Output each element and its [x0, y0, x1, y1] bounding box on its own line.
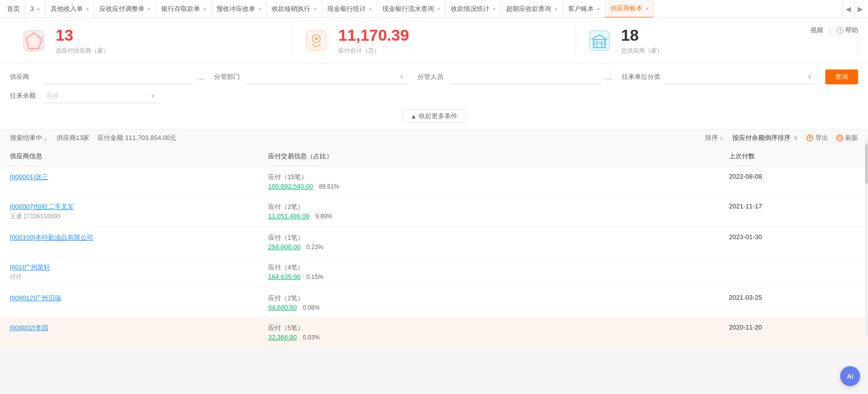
- nav-tab-cash-bank-flow[interactable]: 现金银行流水查询 ×: [377, 0, 445, 18]
- person-ellipsis-btn[interactable]: ...: [605, 72, 611, 81]
- ai-badge[interactable]: Ai: [840, 366, 860, 386]
- category-filter-select[interactable]: ∨: [664, 69, 816, 84]
- supplier-filter-input[interactable]: [42, 69, 193, 84]
- nav-tab-collection-stat-label: 收款情况统计: [451, 4, 490, 13]
- person-filter-input[interactable]: [449, 69, 601, 84]
- svg-point-5: [315, 37, 318, 40]
- nav-tab-payable-adjust-label: 应收应付调整单: [99, 4, 145, 13]
- supplier-info-cell: [000100]本特勤油品有限公司: [10, 233, 268, 242]
- trans-info-cell: 应付（5笔） 32,366.00 0.03%: [268, 324, 729, 341]
- nav-tab-bank-deposit[interactable]: 银行存取款单 ×: [156, 0, 212, 18]
- export-icon: [806, 134, 813, 141]
- payable-suppliers-num: 13: [56, 26, 109, 45]
- last-pay-date: 2021-11-17: [729, 202, 762, 210]
- trans-percent: 0.03%: [303, 334, 320, 341]
- nav-arrow-left[interactable]: ◀: [842, 0, 854, 18]
- balance-filter-select[interactable]: 选择... ∨: [42, 88, 159, 103]
- chevron-down-icon: ∨: [794, 134, 798, 141]
- chevron-down-icon: ∨: [400, 73, 404, 80]
- dept-filter-label: 分管部门: [214, 72, 242, 81]
- close-icon[interactable]: ×: [437, 6, 440, 12]
- table-row: [000100]本特勤油品有限公司 应付（1笔） 258,000.00 0.23…: [0, 227, 868, 257]
- close-icon[interactable]: ×: [86, 6, 89, 12]
- supplier-info-cell: [000002]李四: [10, 324, 268, 332]
- scrollbar-thumb[interactable]: [865, 144, 868, 184]
- nav-arrow-right[interactable]: ▶: [854, 0, 866, 18]
- supplier-link[interactable]: [000002]李四: [10, 324, 48, 331]
- close-icon[interactable]: ×: [203, 6, 206, 12]
- search-result-label: 搜索结果中，: [10, 133, 49, 142]
- refresh-button[interactable]: 刷新: [836, 133, 858, 142]
- sort-value[interactable]: 按应付余额倒序排序 ∨: [732, 133, 798, 142]
- supplier-link[interactable]: [000100]本特勤油品有限公司: [10, 234, 93, 241]
- close-icon[interactable]: ×: [147, 6, 150, 12]
- trans-amount-link[interactable]: 11,051,486.00: [268, 212, 309, 220]
- supplier-info-cell: [001]广州荣轩 仔仔: [10, 263, 268, 281]
- trans-label: 应付（2笔）: [268, 202, 729, 211]
- trans-amount-link[interactable]: 258,000.00: [268, 243, 300, 251]
- chevron-down-icon: ∨: [151, 92, 155, 99]
- trans-label: 应付（2笔）: [268, 294, 729, 303]
- nav-tab-customer-account[interactable]: 客户账本 ×: [563, 0, 605, 18]
- nav-tab-3-label: 3: [30, 5, 34, 12]
- supplier-link[interactable]: [000012]广州贝瑞: [10, 294, 61, 302]
- last-pay-date: 2023-01-30: [729, 233, 762, 241]
- nav-tab-cash-bank-stat-label: 现金银行统计: [327, 4, 366, 13]
- trans-row: 94,600.00 0.08%: [268, 304, 729, 311]
- collapse-btn-row: ▲ 收起更多条件: [10, 107, 858, 125]
- nav-tab-other-income[interactable]: 其他收入单 ×: [46, 0, 94, 18]
- total-suppliers-num: 18: [621, 26, 663, 45]
- close-icon[interactable]: ×: [493, 6, 496, 12]
- nav-tab-home[interactable]: 首页: [2, 0, 25, 18]
- trans-percent: 0.08%: [303, 304, 320, 311]
- scrollbar-track[interactable]: [865, 139, 868, 337]
- help-link[interactable]: ? 帮助: [837, 26, 858, 35]
- help-icon: ?: [837, 27, 844, 34]
- nav-tab-advance-offset[interactable]: 预收冲应收单 ×: [212, 0, 267, 18]
- last-pay-cell: 2023-01-30: [729, 233, 858, 241]
- supplier-sub: 王通 17106110000: [10, 212, 268, 221]
- nav-tab-supplier-account[interactable]: 供应商账本 ×: [605, 0, 654, 18]
- result-bar-right: 排序： 按应付余额倒序排序 ∨ 导出 刷新: [705, 133, 858, 142]
- trans-amount-link[interactable]: 32,366.00: [268, 333, 297, 341]
- supplier-link[interactable]: [000007]恒旺二手叉车: [10, 203, 74, 210]
- nav-tab-overdue-query[interactable]: 超期应收款查询 ×: [501, 0, 563, 18]
- query-button[interactable]: 查询: [825, 69, 858, 84]
- payable-suppliers-label: 总应付供应商（家）: [56, 47, 109, 55]
- trans-amount-link[interactable]: 94,600.00: [268, 304, 297, 311]
- close-icon[interactable]: ×: [597, 6, 600, 12]
- trans-label: 应付（4笔）: [268, 263, 729, 272]
- col-header-last-pay: 上次付数: [729, 152, 858, 161]
- trans-amount-link[interactable]: 164,635.90: [268, 273, 300, 280]
- supplier-ellipsis-btn[interactable]: ...: [197, 72, 204, 81]
- table-row: [000012]广州贝瑞 应付（2笔） 94,600.00 0.08% 2021…: [0, 288, 868, 318]
- trans-amount-link[interactable]: 100,092,540.00: [268, 183, 313, 190]
- close-icon[interactable]: ×: [258, 6, 261, 12]
- video-link[interactable]: 视频: [810, 26, 823, 35]
- close-icon[interactable]: ×: [646, 5, 649, 11]
- result-bar: 搜索结果中， 供应商13家 应付金额 111,703,854.00元 排序： 按…: [0, 130, 868, 147]
- close-icon[interactable]: ×: [369, 6, 372, 12]
- summary-item-payable-total: 11,170.39 应付合计（万）: [292, 26, 575, 55]
- trans-info-cell: 应付（2笔） 11,051,486.00 9.89%: [268, 202, 729, 220]
- collapse-button[interactable]: ▲ 收起更多条件: [402, 109, 466, 123]
- nav-tab-customer-account-label: 客户账本: [568, 4, 594, 13]
- supplier-info-cell: [000012]广州贝瑞: [10, 294, 268, 303]
- supplier-link[interactable]: [000001]张三: [10, 173, 48, 181]
- sort-value-text: 按应付余额倒序排序: [732, 134, 791, 141]
- nav-tab-payable-adjust[interactable]: 应收应付调整单 ×: [94, 0, 156, 18]
- dept-filter-select[interactable]: ∨: [246, 69, 408, 84]
- trans-percent: 9.89%: [315, 213, 332, 220]
- close-icon[interactable]: ×: [37, 6, 40, 12]
- svg-point-12: [837, 135, 843, 141]
- nav-tab-collection-stat[interactable]: 收款情况统计 ×: [446, 0, 501, 18]
- nav-tab-cash-bank-stat[interactable]: 现金银行统计 ×: [322, 0, 377, 18]
- close-icon[interactable]: ×: [313, 6, 316, 12]
- close-icon[interactable]: ×: [554, 6, 557, 12]
- nav-tab-collection-exec[interactable]: 收款核销执行 ×: [267, 0, 322, 18]
- last-pay-date: 2022-08-08: [729, 173, 762, 180]
- export-button[interactable]: 导出: [806, 133, 828, 142]
- supplier-link[interactable]: [001]广州荣轩: [10, 263, 50, 271]
- trans-row: 258,000.00 0.23%: [268, 243, 729, 251]
- nav-tab-3[interactable]: 3 ×: [25, 0, 46, 18]
